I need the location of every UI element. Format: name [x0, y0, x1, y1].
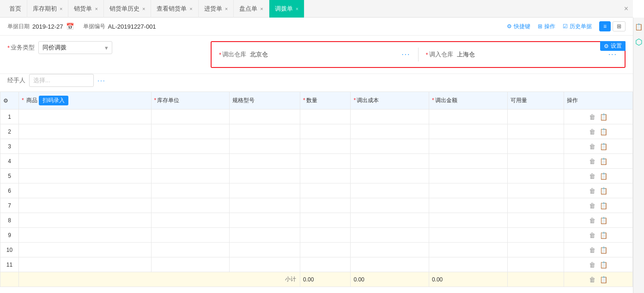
quantity-cell-11[interactable]: [300, 257, 350, 272]
delete-icon-5[interactable]: 🗑: [589, 172, 595, 180]
quantity-cell-8[interactable]: [300, 213, 350, 228]
delete-icon-11[interactable]: 🗑: [589, 261, 595, 269]
delete-icon-1[interactable]: 🗑: [589, 113, 595, 121]
product-cell-1[interactable]: [19, 110, 152, 124]
copy-icon-9[interactable]: 📋: [600, 232, 608, 239]
product-cell-8[interactable]: [19, 213, 152, 228]
available-cell-9[interactable]: [507, 228, 564, 243]
amount-cell-9[interactable]: [429, 228, 507, 243]
amount-cell-10[interactable]: [429, 243, 507, 257]
sidebar-link-icon[interactable]: ⬡: [633, 35, 644, 49]
unit-cell-6[interactable]: [151, 183, 230, 198]
cost-cell-1[interactable]: [351, 110, 429, 124]
list-view-btn[interactable]: ≡: [599, 21, 611, 31]
copy-icon-8[interactable]: 📋: [600, 217, 608, 224]
product-cell-10[interactable]: [19, 243, 152, 257]
quantity-cell-5[interactable]: [300, 169, 350, 183]
copy-icon-5[interactable]: 📋: [600, 172, 608, 180]
spec-cell-8[interactable]: [230, 213, 300, 228]
spec-cell-2[interactable]: [230, 124, 300, 139]
cost-cell-11[interactable]: [351, 257, 429, 272]
tab-sales-order[interactable]: 销货单 ×: [68, 0, 103, 18]
settings-corner-btn[interactable]: ⚙ 设置: [600, 41, 626, 51]
spec-cell-11[interactable]: [230, 257, 300, 272]
amount-cell-8[interactable]: [429, 213, 507, 228]
copy-icon-3[interactable]: 📋: [600, 143, 608, 150]
unit-cell-9[interactable]: [151, 228, 230, 243]
copy-icon-10[interactable]: 📋: [600, 246, 608, 254]
unit-cell-4[interactable]: [151, 154, 230, 169]
unit-cell-1[interactable]: [151, 110, 230, 124]
unit-cell-11[interactable]: [151, 257, 230, 272]
amount-cell-2[interactable]: [429, 124, 507, 139]
close-inventory-init[interactable]: ×: [60, 6, 62, 12]
unit-cell-3[interactable]: [151, 139, 230, 154]
table-wrapper[interactable]: ⚙ 商品 扫码录入 库存单位 规格型号 数量 调出成本 调出金额 可用量 操作: [0, 92, 633, 293]
shortcut-btn[interactable]: ⚙ 快捷键: [507, 23, 530, 31]
operation-btn[interactable]: ⊞ 操作: [538, 23, 555, 31]
cost-cell-2[interactable]: [351, 124, 429, 139]
spec-cell-10[interactable]: [230, 243, 300, 257]
close-sales-history[interactable]: ×: [142, 6, 145, 12]
cost-cell-8[interactable]: [351, 213, 429, 228]
spec-cell-1[interactable]: [230, 110, 300, 124]
tab-purchase[interactable]: 进货单 ×: [199, 0, 234, 18]
cost-cell-4[interactable]: [351, 154, 429, 169]
unit-cell-5[interactable]: [151, 169, 230, 183]
product-cell-6[interactable]: [19, 183, 152, 198]
product-cell-2[interactable]: [19, 124, 152, 139]
available-cell-5[interactable]: [507, 169, 564, 183]
agent-more-icon[interactable]: ···: [97, 77, 106, 84]
delete-icon-8[interactable]: 🗑: [589, 217, 595, 224]
product-cell-11[interactable]: [19, 257, 152, 272]
amount-cell-5[interactable]: [429, 169, 507, 183]
copy-icon-6[interactable]: 📋: [600, 187, 608, 195]
copy-icon-4[interactable]: 📋: [600, 158, 608, 165]
cost-cell-9[interactable]: [351, 228, 429, 243]
product-cell-5[interactable]: [19, 169, 152, 183]
quantity-cell-2[interactable]: [300, 124, 350, 139]
delete-icon-3[interactable]: 🗑: [589, 143, 595, 150]
product-cell-7[interactable]: [19, 198, 152, 213]
subtotal-delete-icon[interactable]: 🗑: [589, 276, 595, 283]
business-type-select[interactable]: 同价调拨 ▾: [38, 41, 112, 54]
amount-cell-6[interactable]: [429, 183, 507, 198]
spec-cell-9[interactable]: [230, 228, 300, 243]
cost-cell-7[interactable]: [351, 198, 429, 213]
copy-icon-2[interactable]: 📋: [600, 128, 608, 135]
copy-icon-11[interactable]: 📋: [600, 261, 608, 269]
product-cell-4[interactable]: [19, 154, 152, 169]
grid-view-btn[interactable]: ⊞: [613, 21, 626, 31]
product-cell-3[interactable]: [19, 139, 152, 154]
close-window-icon[interactable]: ×: [624, 5, 628, 13]
quantity-cell-6[interactable]: [300, 183, 350, 198]
copy-icon-7[interactable]: 📋: [600, 202, 608, 209]
unit-cell-7[interactable]: [151, 198, 230, 213]
spec-cell-3[interactable]: [230, 139, 300, 154]
delete-icon-6[interactable]: 🗑: [589, 187, 595, 195]
quantity-cell-3[interactable]: [300, 139, 350, 154]
spec-cell-5[interactable]: [230, 169, 300, 183]
available-cell-2[interactable]: [507, 124, 564, 139]
amount-cell-1[interactable]: [429, 110, 507, 124]
unit-cell-8[interactable]: [151, 213, 230, 228]
unit-cell-2[interactable]: [151, 124, 230, 139]
calendar-icon[interactable]: 📅: [66, 23, 74, 30]
available-cell-6[interactable]: [507, 183, 564, 198]
cost-cell-3[interactable]: [351, 139, 429, 154]
amount-cell-4[interactable]: [429, 154, 507, 169]
close-sales-order[interactable]: ×: [95, 6, 97, 12]
close-transfer[interactable]: ×: [296, 6, 298, 12]
tab-stocktake[interactable]: 盘点单 ×: [234, 0, 269, 18]
close-stocktake[interactable]: ×: [260, 6, 263, 12]
cost-cell-5[interactable]: [351, 169, 429, 183]
available-cell-7[interactable]: [507, 198, 564, 213]
unit-cell-10[interactable]: [151, 243, 230, 257]
in-warehouse-more-icon[interactable]: ···: [608, 50, 617, 59]
tab-inventory-init[interactable]: 库存期初 ×: [27, 0, 68, 18]
gear-col-header[interactable]: ⚙: [0, 92, 19, 110]
delete-icon-4[interactable]: 🗑: [589, 158, 595, 165]
tab-transfer[interactable]: 调拨单 ×: [269, 0, 304, 18]
available-cell-11[interactable]: [507, 257, 564, 272]
spec-cell-7[interactable]: [230, 198, 300, 213]
